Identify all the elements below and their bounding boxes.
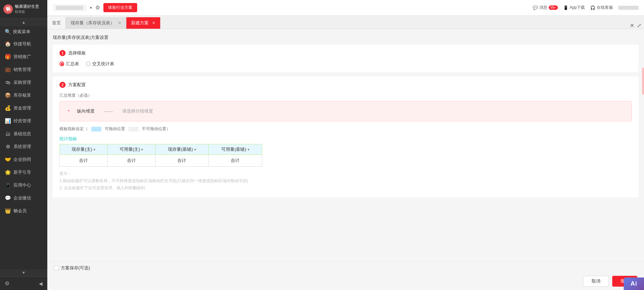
col-header-available-aux: 可用量(基辅) ▾ (208, 144, 262, 155)
sidebar-item-apps[interactable]: 📱 应用中心 (0, 179, 47, 192)
draggable-label: 可拖动位置 (105, 126, 125, 132)
sidebar-scroll-down[interactable]: ▼ (0, 269, 47, 276)
sidebar-item-purchase[interactable]: 🛍 采购管理 (0, 76, 47, 89)
app-download-label: App下载 (570, 5, 585, 10)
section2-header: 2 方案配置 (59, 82, 632, 88)
col-header-current-aux: 现存量(基辅) ▾ (155, 144, 208, 155)
sidebar-nav: 🔍 搜索菜单 🏠 快捷导航 🎁 营销推广 💼 销售管理 🛍 采购管理 📦 库存核… (0, 26, 47, 269)
money-icon: 💰 (5, 105, 11, 111)
cancel-button[interactable]: 取消 (583, 276, 609, 287)
radio-cross-circle (86, 62, 91, 66)
sidebar-toggle-icon[interactable]: ◀ (39, 281, 43, 286)
sidebar-item-sales[interactable]: 💼 销售管理 (0, 63, 47, 76)
content-area: 现存量(库存状况表)方案设置 1 选择模板 汇总表 交叉统计表 2 (47, 29, 644, 261)
tab-expand-icon[interactable]: ⤢ (637, 22, 641, 29)
radio-summary-label: 汇总表 (66, 61, 79, 67)
cell-summary-available-aux: 合计 (208, 155, 262, 167)
folder-icon: 🗂 (5, 131, 11, 137)
col-label: 可用量(主) (120, 146, 140, 152)
user-name (618, 6, 639, 10)
sidebar-logo: 畅 畅康通好生意 标准版 (0, 0, 47, 19)
topbar-search-area[interactable] (53, 4, 86, 11)
footer-buttons: 取消 查询 (54, 274, 637, 287)
mobile-icon: 📱 (5, 182, 11, 188)
main-area: ▾ ⚙ 体验行业方案 💬 消息 99+ 📱 App下载 🎧 在线客服 (47, 0, 644, 290)
topbar-settings-icon[interactable]: ⚙ (95, 4, 100, 11)
tip-item-1: 1.拖动标题栏可以调整布局，不可跨维度或指标区域拖动栏目字段(只能在同一维度或指… (59, 177, 632, 185)
sidebar-item-label: 畅会员 (14, 208, 27, 214)
dim-dash: —— (104, 109, 113, 114)
dim-select-box[interactable]: * 纵向维度 —— 请选择分组维度 (59, 101, 632, 121)
sidebar-item-wechat[interactable]: 💬 企业微信 (0, 192, 47, 204)
dim-name: 纵向维度 (77, 108, 95, 114)
indicator-setting-label: 模板指标设定（ (59, 126, 88, 132)
sidebar-item-label: 应用中心 (14, 182, 31, 188)
sidebar-item-label: 基础信息 (14, 131, 31, 137)
sidebar-item-quick-nav[interactable]: 🏠 快捷导航 (0, 38, 47, 50)
tab-close-panel-icon[interactable]: ✕ (630, 22, 634, 29)
star-icon: 🌟 (5, 169, 11, 175)
tab-new-plan-close-icon[interactable]: ✕ (152, 21, 155, 25)
sidebar-item-finance[interactable]: 💰 资金管理 (0, 102, 47, 115)
chevron-down-icon[interactable]: ▾ (248, 148, 249, 151)
tab-inventory-close-icon[interactable]: ✕ (118, 21, 121, 25)
sidebar-item-system[interactable]: ⚙ 系统管理 (0, 140, 47, 153)
tip-item-2: 2. 点击标题栏下拉可设置排序、插入列和删除列 (59, 185, 632, 192)
sidebar-item-label: 库存核算 (14, 92, 31, 98)
section1-title: 选择模板 (68, 50, 86, 56)
chevron-down-icon[interactable]: ▾ (194, 148, 196, 151)
box-icon: 📦 (5, 92, 11, 98)
cell-summary-current-main: 合计 (60, 155, 107, 167)
sidebar-item-search-menu[interactable]: 🔍 搜索菜单 (0, 26, 47, 38)
app-edition: 标准版 (15, 9, 39, 14)
system-icon: ⚙ (5, 144, 11, 150)
briefcase-icon: 💼 (5, 67, 11, 73)
required-star: * (68, 109, 70, 114)
tab-inventory-status[interactable]: 现存量（库存状况表） ✕ (66, 17, 126, 29)
sidebar-scroll-up[interactable]: ▲ (0, 19, 47, 26)
radio-cross-label: 交叉统计表 (92, 61, 114, 67)
sidebar-item-label: 新手引导 (14, 169, 31, 175)
chevron-down-icon: ▾ (90, 5, 92, 10)
sidebar-item-label: 销售管理 (14, 67, 31, 73)
message-icon: 💬 (533, 5, 538, 10)
ai-badge[interactable]: Ai (624, 277, 644, 290)
chevron-down-icon[interactable]: ▾ (141, 148, 143, 151)
sidebar-item-label: 快捷导航 (14, 41, 31, 47)
message-button[interactable]: 💬 消息 99+ (533, 5, 558, 10)
topbar-left: ▾ ⚙ 体验行业方案 (53, 3, 137, 12)
summary-dim-label: 汇总维度（必选） (59, 93, 632, 98)
col-header-current-main: 现存量(主) ▾ (60, 144, 107, 155)
online-service-label: 在线客服 (597, 5, 613, 10)
tab-new-plan[interactable]: 新建方案 ✕ (126, 17, 160, 29)
stats-table-header-row: 现存量(主) ▾ 可用量(主) ▾ 现存量(基辅 (60, 144, 262, 155)
search-icon: 🔍 (5, 29, 11, 35)
trial-button[interactable]: 体验行业方案 (103, 3, 137, 12)
sidebar-item-guide[interactable]: 🌟 新手引导 (0, 166, 47, 179)
online-service-button[interactable]: 🎧 在线客服 (590, 5, 613, 10)
radio-cross-table[interactable]: 交叉统计表 (86, 61, 114, 67)
radio-summary-table[interactable]: 汇总表 (59, 61, 79, 67)
chart-icon: 📊 (5, 118, 11, 124)
save-checkbox-row: 方案保存(可选) (54, 265, 637, 271)
message-badge: 99+ (549, 5, 558, 10)
tips-box: 提示： 1.拖动标题栏可以调整布局，不可跨维度或指标区域拖动栏目字段(只能在同一… (59, 170, 632, 192)
page-title: 现存量(库存状况表)方案设置 (53, 34, 639, 41)
sidebar-item-basics[interactable]: 🗂 基础信息 (0, 127, 47, 140)
sidebar-item-label: 企业协同 (14, 156, 31, 163)
chevron-down-icon[interactable]: ▾ (94, 148, 95, 151)
sidebar-item-operations[interactable]: 📊 经营管理 (0, 115, 47, 127)
sidebar-item-marketing[interactable]: 🎁 营销推广 (0, 50, 47, 63)
stats-section-title: 统计指标 (59, 136, 632, 142)
tab-home[interactable]: 首页 (47, 17, 66, 29)
sidebar-item-membership[interactable]: 👑 畅会员 (0, 204, 47, 217)
sidebar-item-enterprise[interactable]: 🤝 企业协同 (0, 153, 47, 166)
save-checkbox[interactable] (54, 266, 59, 270)
sidebar-item-inventory[interactable]: 📦 库存核算 (0, 89, 47, 102)
app-download-button[interactable]: 📱 App下载 (563, 5, 585, 10)
sidebar-settings-icon[interactable]: ⚙ (5, 280, 9, 287)
user-area[interactable] (618, 6, 639, 10)
dim-placeholder: 请选择分组维度 (122, 108, 153, 114)
sidebar-item-label: 系统管理 (14, 144, 31, 150)
topbar-dropdown[interactable]: ▾ (90, 5, 92, 10)
